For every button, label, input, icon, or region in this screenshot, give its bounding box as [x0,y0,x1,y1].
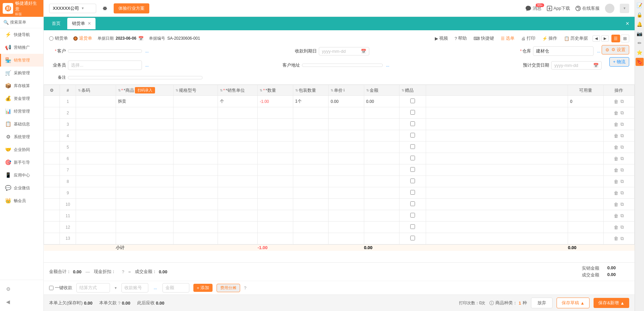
row-delete-icon[interactable]: 🗑 [614,110,618,116]
warehouse-input[interactable]: 建材仓 [533,46,594,56]
bill-due-help-icon[interactable]: ? [118,301,120,306]
row-copy-icon[interactable]: ⧉ [620,156,624,161]
add-payment-button[interactable]: + 添加 [193,284,213,292]
row-unit-cell[interactable] [218,107,258,119]
row-qty-cell[interactable] [258,210,293,222]
row-delete-icon[interactable]: 🗑 [614,122,618,127]
row-desc-cell[interactable] [426,119,568,130]
row-amount-cell[interactable] [364,210,399,222]
sidebar-item-collab[interactable]: 🤝 企业协同 [0,143,43,156]
row-unit-cell[interactable] [218,119,258,130]
right-panel-star[interactable]: ⭐ [636,48,644,56]
row-goods-cell[interactable] [116,176,173,187]
expense-split-button[interactable]: 费用分摊 [217,284,240,292]
row-copy-icon[interactable]: ⧉ [620,144,624,150]
row-barcode-cell[interactable] [76,210,116,222]
row-amount-cell[interactable] [364,233,399,244]
right-panel-bookmark[interactable]: 🔖 [636,58,644,66]
row-pkg-cell[interactable] [293,233,328,244]
logistics-button[interactable]: + 物流 [609,57,629,67]
row-barcode-cell[interactable] [76,187,116,199]
row-amount-cell[interactable] [364,164,399,176]
sidebar-item-marketing[interactable]: 📢 营销推广 [0,41,43,54]
expense-help-icon[interactable]: ? [244,285,247,290]
row-amount-cell[interactable] [364,119,399,130]
row-desc-cell[interactable] [426,153,568,164]
row-desc-cell[interactable] [426,187,568,199]
right-panel-bell[interactable]: 🔔 [636,20,644,28]
row-copy-icon[interactable]: ⧉ [620,99,624,104]
online-service-button[interactable]: 在线客服 [575,5,600,11]
user-menu-button[interactable]: ▼ [620,4,629,13]
sidebar-item-system[interactable]: ⚙ 系统管理 [0,130,43,143]
calc-method-input[interactable]: 结算方式 [76,283,110,293]
sidebar-item-wechat[interactable]: 💬 企业微信 [0,182,43,194]
company-selector[interactable]: XXXXXX公司 ▼ [49,4,96,13]
row-goods-cell[interactable] [116,130,173,142]
row-amount-cell[interactable] [364,107,399,119]
expected-date-input[interactable]: yyyy-mm-dd 📅 [551,61,602,70]
row-pkg-cell[interactable] [293,119,328,130]
row-spec-cell[interactable] [173,210,218,222]
right-panel-note[interactable]: 📝 [636,1,644,9]
right-panel-camera[interactable]: 📷 [636,30,644,38]
row-amount-cell[interactable] [364,222,399,233]
row-copy-icon[interactable]: ⧉ [620,224,624,230]
row-delete-icon[interactable]: 🗑 [614,190,618,196]
row-price-cell[interactable] [329,210,364,222]
sidebar-item-inventory[interactable]: 📦 库存核算 [0,79,43,92]
row-pkg-cell[interactable] [293,153,328,164]
row-copy-icon[interactable]: ⧉ [620,133,624,139]
row-spec-cell[interactable] [173,107,218,119]
row-price-cell[interactable] [329,142,364,153]
row-delete-icon[interactable]: 🗑 [614,167,618,173]
toolbar-select[interactable]: ☰ 选单 [499,34,517,42]
row-goods-cell[interactable] [116,199,173,210]
sidebar-item-purchase[interactable]: 🛒 采购管理 [0,67,43,79]
row-amount-cell[interactable] [364,187,399,199]
row-spec-cell[interactable] [173,96,218,107]
sidebar-settings[interactable]: ⚙ [0,283,43,296]
row-price-cell[interactable] [329,222,364,233]
sidebar-item-sales[interactable]: 🏪 销售管理 [0,54,43,67]
discard-button[interactable]: 放弃 [531,298,553,308]
row-barcode-cell[interactable] [76,119,116,130]
user-avatar[interactable] [605,4,614,13]
row-copy-icon[interactable]: ⧉ [620,167,624,173]
row-gift-cell[interactable] [400,222,426,233]
due-date-input[interactable]: yyyy-mm-dd 📅 [319,47,369,55]
row-barcode-cell[interactable] [76,233,116,244]
salesman-input[interactable]: 选择... [68,61,142,70]
row-price-cell[interactable] [329,199,364,210]
row-qty-cell[interactable] [258,153,293,164]
row-unit-cell[interactable] [218,187,258,199]
sidebar-search[interactable]: 🔍 搜索菜单 [0,17,43,28]
row-pkg-cell[interactable] [293,130,328,142]
row-gift-cell[interactable] [400,119,426,130]
customer-picker-button[interactable]: ... [144,49,150,53]
row-goods-cell[interactable]: 拆贡 [116,96,173,107]
row-delete-icon[interactable]: 🗑 [614,236,618,241]
row-unit-cell[interactable] [218,199,258,210]
sidebar-item-finance[interactable]: 💰 资金管理 [0,92,43,105]
price-info-icon[interactable]: ℹ [343,88,345,92]
salesman-picker-button[interactable]: ... [144,63,150,68]
one-click-pay-checkbox[interactable]: 一键收款 [49,285,72,291]
table-settings-icon[interactable]: ⚙ [50,88,54,93]
right-panel-edit[interactable]: ✏ [636,39,644,47]
row-desc-cell[interactable] [426,233,568,244]
row-spec-cell[interactable] [173,233,218,244]
row-goods-cell[interactable] [116,153,173,164]
row-qty-cell[interactable] [258,130,293,142]
radio-return-order[interactable]: 退货单 [73,35,92,41]
row-desc-cell[interactable] [426,164,568,176]
row-qty-cell[interactable]: -1.00 [258,96,293,107]
tab-sales-order[interactable]: 销货单 × [67,18,96,29]
row-desc-cell[interactable] [426,130,568,142]
row-spec-cell[interactable] [173,187,218,199]
row-unit-cell[interactable] [218,130,258,142]
row-qty-cell[interactable] [258,222,293,233]
row-gift-cell[interactable] [400,164,426,176]
row-pkg-cell[interactable]: 1个 [293,96,328,107]
row-unit-cell[interactable]: 个 [218,96,258,107]
